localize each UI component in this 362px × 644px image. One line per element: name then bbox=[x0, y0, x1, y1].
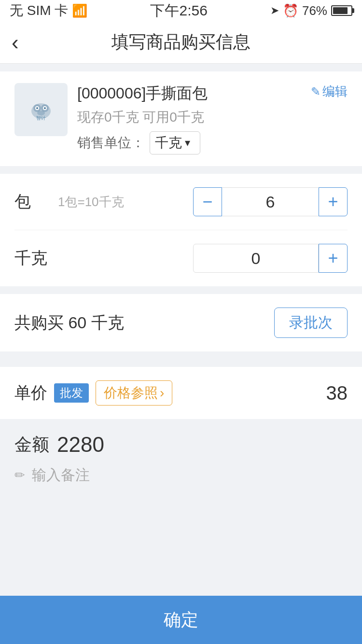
input-section: 包 1包=10千克 − + 千克 + bbox=[0, 174, 362, 286]
amount-section: 金额 2280 ✏ 输入备注 bbox=[0, 419, 362, 495]
package-hint: 1包=10千克 bbox=[58, 194, 193, 210]
page-title: 填写商品购买信息 bbox=[111, 30, 251, 54]
unit-selector[interactable]: 千克 ▾ bbox=[150, 131, 200, 154]
section-divider-1 bbox=[0, 166, 362, 174]
remark-placeholder: 输入备注 bbox=[32, 465, 90, 485]
price-left: 单价 批发 价格参照 › bbox=[14, 380, 172, 406]
status-right: ➤ ⏰ 76% bbox=[270, 3, 352, 18]
product-unit-row: 销售单位： 千克 ▾ bbox=[77, 131, 348, 154]
price-ref-arrow: › bbox=[160, 385, 164, 401]
remark-row[interactable]: ✏ 输入备注 bbox=[14, 465, 348, 485]
product-thumbnail: 智计 bbox=[14, 83, 68, 136]
confirm-button[interactable]: 确定 bbox=[0, 596, 362, 644]
price-value: 38 bbox=[326, 382, 348, 404]
package-controls: − + bbox=[193, 187, 348, 216]
price-section: 单价 批发 价格参照 › 38 bbox=[0, 367, 362, 419]
package-plus-button[interactable]: + bbox=[319, 187, 348, 216]
section-divider-3 bbox=[0, 351, 362, 359]
product-info: [0000006]手撕面包 ✎ 编辑 现存0千克 可用0千克 销售单位： 千克 … bbox=[77, 83, 348, 154]
unit-price-label: 单价 bbox=[14, 382, 47, 404]
package-input-row: 包 1包=10千克 − + bbox=[14, 174, 348, 230]
status-time: 下午2:56 bbox=[150, 1, 207, 21]
kg-plus-button[interactable]: + bbox=[319, 244, 348, 273]
remark-icon: ✏ bbox=[14, 468, 25, 483]
edit-button[interactable]: ✎ 编辑 bbox=[311, 83, 348, 100]
kg-controls: + bbox=[193, 244, 348, 273]
battery-text: 76% bbox=[302, 3, 327, 18]
svg-point-6 bbox=[44, 107, 46, 109]
svg-point-7 bbox=[37, 111, 45, 115]
kg-input-row: 千克 + bbox=[14, 230, 348, 286]
location-icon: ➤ bbox=[270, 4, 279, 17]
edit-icon: ✎ bbox=[311, 85, 320, 98]
batch-button[interactable]: 录批次 bbox=[274, 308, 348, 338]
product-card: 智计 [0000006]手撕面包 ✎ 编辑 现存0千克 可用0千克 销售单位： … bbox=[0, 71, 362, 166]
product-name: [0000006]手撕面包 bbox=[77, 83, 208, 104]
package-minus-button[interactable]: − bbox=[193, 187, 222, 216]
back-icon: ‹ bbox=[12, 30, 19, 55]
battery-icon bbox=[331, 5, 352, 16]
back-button[interactable]: ‹ bbox=[12, 30, 19, 55]
package-input[interactable] bbox=[222, 187, 319, 216]
status-bar: 无 SIM 卡 📶 下午2:56 ➤ ⏰ 76% bbox=[0, 0, 362, 21]
unit-value: 千克 bbox=[155, 134, 182, 152]
section-divider-2 bbox=[0, 286, 362, 294]
svg-point-5 bbox=[36, 107, 38, 109]
carrier-text: 无 SIM 卡 bbox=[10, 1, 68, 20]
svg-text:智计: 智计 bbox=[36, 115, 46, 121]
wifi-icon: 📶 bbox=[72, 3, 87, 18]
price-tag: 批发 bbox=[54, 383, 89, 403]
kg-label: 千克 bbox=[14, 247, 53, 269]
amount-label: 金额 bbox=[14, 433, 49, 457]
product-stock: 现存0千克 可用0千克 bbox=[77, 108, 348, 126]
confirm-label: 确定 bbox=[164, 608, 198, 632]
price-ref-button[interactable]: 价格参照 › bbox=[96, 380, 172, 406]
nav-bar: ‹ 填写商品购买信息 bbox=[0, 21, 362, 64]
edit-label: 编辑 bbox=[322, 83, 348, 100]
total-section: 共购买 60 千克 录批次 bbox=[0, 294, 362, 351]
total-text: 共购买 60 千克 bbox=[14, 312, 124, 334]
unit-label: 销售单位： bbox=[77, 134, 145, 152]
amount-row: 金额 2280 bbox=[14, 433, 348, 457]
batch-label: 录批次 bbox=[289, 314, 333, 330]
dropdown-icon: ▾ bbox=[185, 137, 190, 149]
price-ref-label: 价格参照 bbox=[104, 384, 158, 402]
status-carrier: 无 SIM 卡 📶 bbox=[10, 1, 87, 20]
amount-value: 2280 bbox=[57, 433, 104, 457]
package-label: 包 bbox=[14, 191, 53, 213]
alarm-icon: ⏰ bbox=[283, 3, 298, 18]
kg-input[interactable] bbox=[193, 244, 319, 273]
